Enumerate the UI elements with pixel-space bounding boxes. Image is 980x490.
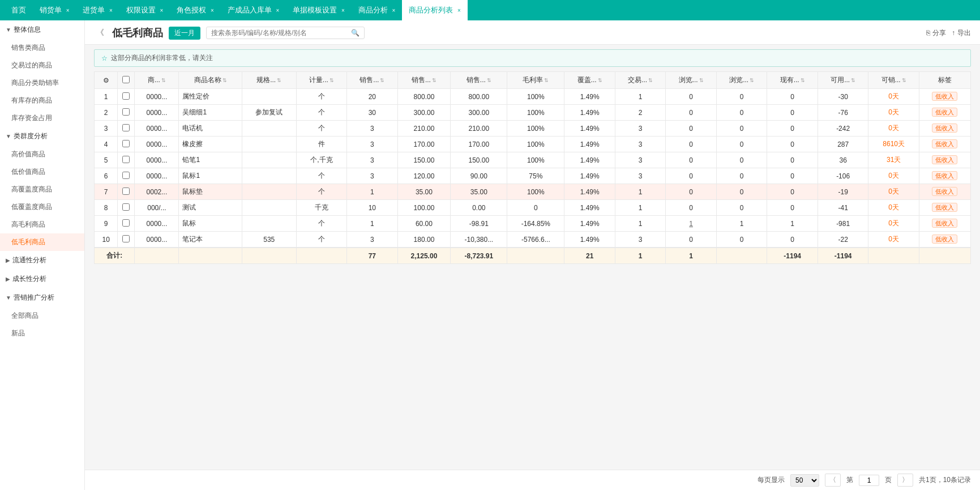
col-checkbox[interactable] — [118, 72, 135, 89]
row-checkbox-cell[interactable] — [118, 152, 135, 168]
col-code: 商...⇅ — [135, 72, 179, 89]
export-btn[interactable]: ↑ 导出 — [952, 28, 971, 38]
row-checkbox-cell[interactable] — [118, 105, 135, 121]
nav-home[interactable]: 首页 — [5, 0, 33, 20]
row-checkbox[interactable] — [122, 124, 130, 131]
row-checkbox[interactable] — [122, 108, 130, 116]
sort-browse1-icon[interactable]: ⇅ — [699, 78, 704, 83]
row-stock-current: 0 — [767, 184, 818, 200]
sort-spec-icon[interactable]: ⇅ — [277, 78, 281, 83]
sidebar-group-flow[interactable]: ▶ 流通性分析 — [0, 251, 84, 270]
row-checkbox-cell[interactable] — [118, 184, 135, 200]
row-checkbox[interactable] — [122, 203, 130, 211]
sort-browse2-icon[interactable]: ⇅ — [750, 78, 754, 83]
sort-stock-current-icon[interactable]: ⇅ — [801, 78, 805, 83]
date-filter-btn[interactable]: 近一月 — [169, 27, 200, 40]
sidebar-item-high-value[interactable]: 高价值商品 — [0, 146, 84, 163]
row-browse2: 0 — [716, 232, 767, 248]
col-settings[interactable]: ⚙ — [95, 72, 118, 89]
row-name: 鼠标 — [179, 216, 242, 232]
nav-close-template[interactable]: × — [341, 7, 345, 14]
nav-permission[interactable]: 权限设置 × — [119, 0, 170, 20]
page-number-input[interactable] — [859, 475, 879, 486]
sidebar-group-marketing[interactable]: ▼ 营销推广分析 — [0, 288, 84, 307]
tx-link[interactable]: 1 — [689, 220, 693, 228]
sidebar-item-low-value[interactable]: 低价值商品 — [0, 163, 84, 181]
nav-close-product-in[interactable]: × — [276, 7, 280, 14]
sidebar-item-low-coverage[interactable]: 低覆盖度商品 — [0, 198, 84, 216]
table-container[interactable]: ⚙ 商...⇅ 商品名称⇅ 规格...⇅ 计量...⇅ 销售...⇅ 销售...… — [85, 67, 980, 470]
sidebar-item-traded-goods[interactable]: 交易过的商品 — [0, 57, 84, 74]
sidebar-item-new-goods[interactable]: 新品 — [0, 325, 84, 342]
sort-stock-saleable-icon[interactable]: ⇅ — [902, 78, 906, 83]
sort-unit-icon[interactable]: ⇅ — [329, 78, 334, 83]
row-checkbox[interactable] — [122, 188, 130, 195]
search-icon[interactable]: 🔍 — [351, 29, 360, 37]
nav-close-goods-analysis-list[interactable]: × — [457, 7, 461, 14]
row-checkbox[interactable] — [122, 219, 130, 227]
sort-code-icon[interactable]: ⇅ — [161, 78, 166, 83]
row-tx: 1 — [615, 184, 666, 200]
nav-sales[interactable]: 销货单 × — [33, 0, 76, 20]
row-coverage: 1.49% — [564, 152, 615, 168]
sidebar-item-high-coverage[interactable]: 高覆盖度商品 — [0, 181, 84, 198]
nav-goods-analysis-list[interactable]: 商品分析列表 × — [402, 0, 467, 20]
sort-sales-profit-icon[interactable]: ⇅ — [487, 78, 491, 83]
row-checkbox[interactable] — [122, 156, 130, 163]
nav-close-permission[interactable]: × — [160, 7, 164, 14]
share-btn[interactable]: ⎘ 分享 — [926, 28, 946, 38]
header-actions: ⎘ 分享 ↑ 导出 — [926, 28, 971, 38]
sort-sales-amount-icon[interactable]: ⇅ — [432, 78, 436, 83]
row-no: 8 — [95, 200, 118, 216]
row-checkbox[interactable] — [122, 235, 130, 242]
nav-template[interactable]: 单据模板设置 × — [286, 0, 351, 20]
row-checkbox-cell[interactable] — [118, 121, 135, 137]
sidebar-item-in-stock[interactable]: 有库存的商品 — [0, 92, 84, 109]
col-gross-rate: 毛利率⇅ — [507, 72, 564, 89]
row-checkbox-cell[interactable] — [118, 168, 135, 184]
sidebar-item-all-goods[interactable]: 全部商品 — [0, 307, 84, 325]
row-tag: 低收入 — [919, 152, 970, 168]
row-stock-current: 0 — [767, 232, 818, 248]
sidebar-item-high-margin[interactable]: 高毛利商品 — [0, 216, 84, 233]
sort-name-icon[interactable]: ⇅ — [222, 78, 227, 83]
nav-close-sales[interactable]: × — [66, 7, 70, 14]
search-input[interactable] — [211, 29, 351, 37]
sort-coverage-icon[interactable]: ⇅ — [598, 78, 602, 83]
row-stock-available: -19 — [818, 184, 868, 200]
nav-close-goods-analysis[interactable]: × — [392, 7, 395, 14]
sidebar-group-growth[interactable]: ▶ 成长性分析 — [0, 270, 84, 288]
sort-qty-icon[interactable]: ⇅ — [380, 78, 384, 83]
row-checkbox-cell[interactable] — [118, 200, 135, 216]
sort-gross-rate-icon[interactable]: ⇅ — [544, 78, 549, 83]
sidebar-group-overall[interactable]: ▼ 整体信息 — [0, 20, 84, 39]
row-checkbox[interactable] — [122, 140, 130, 147]
row-checkbox[interactable] — [122, 92, 130, 100]
row-checkbox[interactable] — [122, 172, 130, 179]
nav-close-purchase[interactable]: × — [109, 7, 113, 14]
nav-purchase[interactable]: 进货单 × — [76, 0, 119, 20]
select-all-checkbox[interactable] — [122, 76, 130, 83]
row-checkbox-cell[interactable] — [118, 232, 135, 248]
sort-stock-available-icon[interactable]: ⇅ — [851, 78, 855, 83]
sidebar-item-category-rate[interactable]: 商品分类助销率 — [0, 74, 84, 92]
sidebar-item-low-margin[interactable]: 低毛利商品 — [0, 233, 84, 251]
sidebar-item-stock-capital[interactable]: 库存资金占用 — [0, 109, 84, 127]
nav-product-in[interactable]: 产成品入库单 × — [221, 0, 286, 20]
sidebar-item-sales-goods[interactable]: 销售类商品 — [0, 39, 84, 57]
row-checkbox-cell[interactable] — [118, 89, 135, 105]
row-unit: 个 — [296, 216, 347, 232]
tag-badge: 低收入 — [932, 171, 957, 180]
per-page-select[interactable]: 50 20 100 — [790, 474, 819, 487]
nav-goods-analysis[interactable]: 商品分析 × — [352, 0, 402, 20]
nav-role[interactable]: 角色授权 × — [170, 0, 220, 20]
row-checkbox-cell[interactable] — [118, 216, 135, 232]
sidebar-collapse-btn[interactable]: 《 — [94, 28, 106, 38]
total-tx: 1 — [615, 248, 666, 264]
sidebar-group-cluster[interactable]: ▼ 类群度分析 — [0, 127, 84, 146]
row-checkbox-cell[interactable] — [118, 137, 135, 152]
next-page-btn[interactable]: 〉 — [897, 474, 913, 487]
sort-tx-icon[interactable]: ⇅ — [648, 78, 653, 83]
prev-page-btn[interactable]: 〈 — [825, 474, 841, 487]
nav-close-role[interactable]: × — [211, 7, 214, 14]
